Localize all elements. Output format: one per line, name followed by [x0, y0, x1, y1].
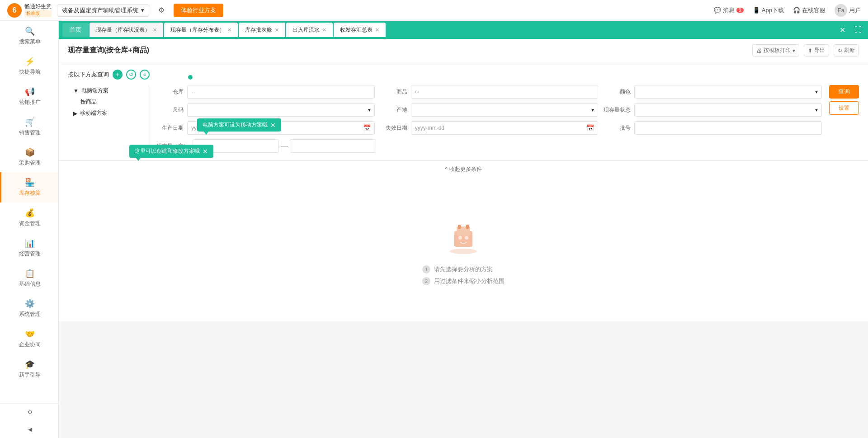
- tooltip1-text: 电脑方案可设为移动方案哦: [203, 121, 268, 129]
- tab-flow-close[interactable]: ✕: [322, 27, 326, 33]
- filter-row-1: 仓库 ··· 商品 ···: [156, 85, 822, 99]
- top-bar-left: 6 畅通好生意 标准版 装备及固定资产辅助管理系统 ▾ ⚙ 体验行业方案: [7, 3, 223, 18]
- tab-close-all-btn[interactable]: ✕: [837, 25, 848, 35]
- tab-fullscreen-btn[interactable]: ⛶: [852, 25, 864, 35]
- tab-home[interactable]: 首页: [62, 23, 89, 37]
- filter-dot-indicator: [188, 75, 193, 80]
- tab-flow[interactable]: 出入库流水 ✕: [286, 23, 333, 37]
- sidebar-item-sales[interactable]: 🛒 销售管理: [0, 112, 58, 142]
- collapse-arrow-icon: ◀: [28, 426, 32, 433]
- sidebar-item-inventory[interactable]: 🏪 库存核算: [0, 172, 58, 203]
- origin-input[interactable]: ▾: [411, 103, 599, 117]
- purchase-icon: 📦: [25, 147, 35, 157]
- reset-button[interactable]: 设置: [829, 101, 859, 115]
- message-item[interactable]: 💬 消息 9: [714, 6, 744, 14]
- empty-state-icon: [441, 213, 486, 258]
- collapse-row: ^ 收起更多条件: [59, 160, 868, 177]
- empty-tips: 1 请先选择要分析的方案 2 用过滤条件来缩小分析范围: [422, 265, 505, 285]
- size-input[interactable]: ▾: [187, 103, 375, 117]
- color-input[interactable]: ▾: [634, 85, 822, 99]
- tip-text-1: 请先选择要分析的方案: [434, 265, 493, 273]
- range-separator: —: [281, 142, 288, 150]
- sidebar-item-enterprise[interactable]: 🤝 企业协同: [0, 324, 58, 354]
- expire-date-placeholder: yyyy-mm-dd: [415, 125, 444, 131]
- warehouse-dots: ···: [191, 89, 196, 95]
- main-layout: 🔍 搜索菜单 ⚡ 快捷导航 📢 营销推广 🛒 销售管理 📦 采购管理 🏪 库存核…: [0, 21, 868, 438]
- online-service-item[interactable]: 🎧 在线客服: [793, 6, 826, 14]
- filter-row-4: 现存量（主） —: [156, 139, 822, 153]
- tab-inventory-status-close[interactable]: ✕: [153, 27, 157, 33]
- sidebar-item-system[interactable]: ⚙️ 系统管理: [0, 293, 58, 324]
- tip-text-2: 用过滤条件来缩小分析范围: [434, 277, 505, 285]
- export-button[interactable]: ⬆ 导出: [804, 44, 829, 57]
- sidebar-item-guide-label: 新手引导: [19, 371, 41, 379]
- filter-circle-button[interactable]: ↺: [126, 70, 136, 80]
- tab-summary[interactable]: 收发存汇总表 ✕: [334, 23, 386, 37]
- filter-area: 按以下方案查询 + ↺ « ▼ 电脑端方案: [59, 62, 868, 160]
- tab-inventory-status[interactable]: 现存量（库存状况表） ✕: [90, 23, 163, 37]
- sidebar-item-marketing[interactable]: 📢 营销推广: [0, 81, 58, 112]
- stock-status-label: 现存量状态: [604, 106, 631, 114]
- svg-rect-6: [466, 225, 469, 229]
- svg-point-0: [450, 249, 477, 254]
- main-content: 1 请先选择要分析的方案 2 用过滤条件来缩小分析范围: [59, 177, 868, 321]
- finance-icon: 💰: [25, 208, 35, 218]
- phone-icon: 📱: [753, 7, 760, 14]
- expire-date-input[interactable]: yyyy-mm-dd 📅: [411, 121, 599, 135]
- trial-button[interactable]: 体验行业方案: [174, 4, 223, 17]
- tooltip1-close-icon[interactable]: ✕: [270, 122, 276, 129]
- scheme-mobile-parent[interactable]: ▶ 移动端方案: [68, 108, 143, 119]
- system-selector[interactable]: 装备及固定资产辅助管理系统 ▾: [57, 4, 149, 17]
- stock-main-max-input[interactable]: [290, 139, 376, 153]
- print-arrow-icon: ▾: [793, 47, 795, 54]
- filter-arrow-button[interactable]: «: [140, 70, 150, 80]
- tooltip-create-scheme: 这里可以创建和修改方案哦 ✕: [129, 145, 213, 158]
- query-button[interactable]: 查询: [829, 85, 859, 99]
- sidebar-item-system-label: 系统管理: [19, 311, 41, 318]
- sidebar-settings-btn[interactable]: ⚙: [0, 404, 58, 421]
- sidebar-item-basic[interactable]: 📋 基础信息: [0, 263, 58, 293]
- app-download-label: App下载: [762, 6, 784, 14]
- gear-icon: ⚙: [28, 409, 33, 415]
- sidebar-item-search[interactable]: 🔍 搜索菜单: [0, 21, 58, 51]
- tab-inventory-status-label: 现存量（库存状况表）: [96, 26, 150, 34]
- tab-summary-close[interactable]: ✕: [375, 27, 379, 33]
- empty-state: 1 请先选择要分析的方案 2 用过滤条件来缩小分析范围: [59, 177, 868, 321]
- batch-input[interactable]: [634, 121, 822, 135]
- sidebar-item-finance-label: 资金管理: [19, 220, 41, 227]
- warehouse-input[interactable]: ···: [187, 85, 375, 99]
- sidebar-item-purchase-label: 采购管理: [19, 159, 41, 167]
- tab-inventory-dist[interactable]: 现存量（库存分布表） ✕: [164, 23, 238, 37]
- sidebar-item-sales-label: 销售管理: [19, 129, 41, 137]
- refresh-button[interactable]: ↻ 刷新: [834, 44, 859, 57]
- tab-batch[interactable]: 库存批次账 ✕: [239, 23, 285, 37]
- sidebar-item-purchase[interactable]: 📦 采购管理: [0, 142, 58, 172]
- user-item[interactable]: Ea 用户: [835, 4, 861, 17]
- goods-input[interactable]: ···: [411, 85, 599, 99]
- filter-add-button[interactable]: +: [113, 70, 123, 80]
- tab-batch-close[interactable]: ✕: [275, 27, 279, 33]
- size-dropdown-icon: ▾: [368, 107, 371, 113]
- sidebar-item-operations[interactable]: 📊 经营管理: [0, 233, 58, 263]
- sidebar-collapse-btn[interactable]: ◀: [0, 421, 58, 438]
- sidebar-item-finance[interactable]: 💰 资金管理: [0, 203, 58, 233]
- settings-button[interactable]: ⚙: [155, 4, 168, 17]
- search-icon: 🔍: [25, 26, 35, 36]
- tooltip2-close-icon[interactable]: ✕: [203, 148, 208, 155]
- scheme-item-by-goods[interactable]: 按商品: [68, 96, 143, 108]
- scheme-desktop-parent[interactable]: ▼ 电脑端方案: [68, 85, 143, 96]
- filter-origin: 产地 ▾: [380, 103, 599, 117]
- tab-summary-label: 收发存汇总表: [340, 26, 373, 34]
- empty-tip-2: 2 用过滤条件来缩小分析范围: [422, 277, 505, 285]
- inventory-icon: 🏪: [25, 178, 35, 188]
- sidebar-item-inventory-label: 库存核算: [19, 189, 41, 197]
- print-button[interactable]: 🖨 按模板打印 ▾: [752, 44, 799, 57]
- collapse-button[interactable]: ^ 收起更多条件: [445, 165, 482, 173]
- sidebar-item-nav[interactable]: ⚡ 快捷导航: [0, 51, 58, 81]
- tab-inventory-dist-close[interactable]: ✕: [227, 27, 231, 33]
- app-download-item[interactable]: 📱 App下载: [753, 6, 784, 14]
- filter-action-buttons: 查询 设置: [829, 85, 859, 153]
- sidebar-item-guide[interactable]: 🎓 新手引导: [0, 354, 58, 384]
- sidebar-item-operations-label: 经营管理: [19, 250, 41, 258]
- stock-status-input[interactable]: ▾: [634, 103, 822, 117]
